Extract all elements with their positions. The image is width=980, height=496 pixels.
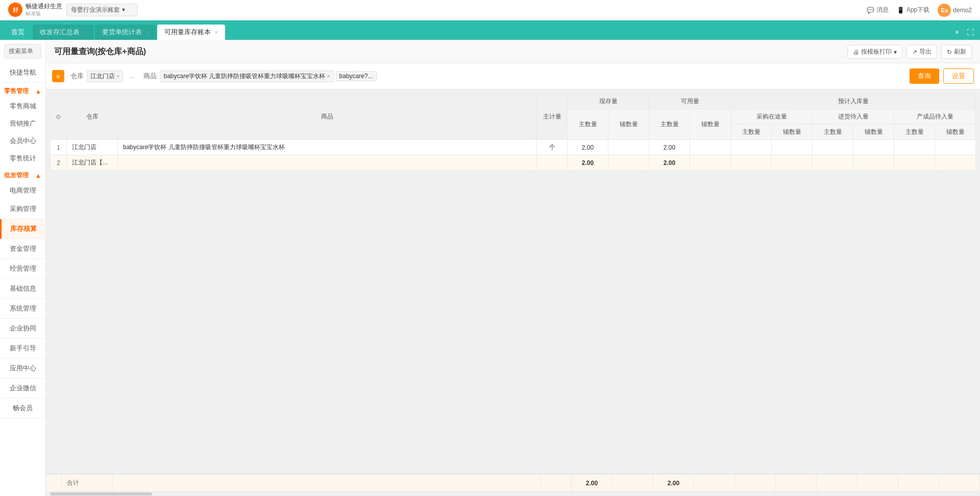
- cell-current-main-0: 2.00: [568, 140, 608, 155]
- th-inbound: 进货待入量: [813, 109, 894, 125]
- cell-available-main-0: 2.00: [649, 140, 690, 155]
- sidebar-item-marketing[interactable]: 营销推广: [0, 115, 45, 132]
- sidebar-item-basic[interactable]: 基础信息: [0, 279, 45, 299]
- sidebar-section-retail[interactable]: 零售管理 ▲: [0, 83, 45, 98]
- user-profile[interactable]: Ea demo2: [938, 4, 972, 17]
- export-button[interactable]: ↗ 导出: [906, 45, 937, 59]
- filter-product-tag-close-0[interactable]: ×: [327, 73, 330, 79]
- top-bar: 好 畅捷通好生意 标准版 母婴行业演示账套 ▾ 💬 消息 📱 App下载 Ea …: [0, 0, 980, 20]
- filter-warehouse-tag-0[interactable]: 江北门店 ×: [87, 70, 123, 82]
- tab-available-ledger-label: 可用量库存账本: [164, 28, 211, 37]
- filter-warehouse-label: 仓库: [70, 72, 84, 81]
- tenant-selector[interactable]: 母婴行业演示账套 ▾: [66, 4, 138, 16]
- tab-order-stats-close[interactable]: ×: [146, 30, 149, 35]
- cell-current-aux-0: [608, 140, 649, 155]
- horizontal-scrollbar[interactable]: [46, 492, 980, 496]
- tab-receive-summary[interactable]: 收发存汇总表 ×: [33, 25, 94, 40]
- query-button[interactable]: 查询: [910, 68, 939, 84]
- footer-available-aux: [694, 475, 735, 492]
- tenant-name: 母婴行业演示账套: [71, 6, 120, 14]
- sidebar-item-system[interactable]: 系统管理: [0, 299, 45, 319]
- sidebar-retail-chevron: ▲: [35, 88, 41, 95]
- filter-product-tag-text: babycare学饮杯 儿童防摔防撞吸管杯重力球吸嘴杯宝宝水杯: [163, 72, 325, 81]
- sidebar-item-inventory[interactable]: 库存核算: [0, 219, 45, 239]
- footer-production-main: [898, 475, 939, 492]
- sidebar-item-member-center[interactable]: 会员中心: [0, 132, 45, 150]
- sidebar-item-retail-stats[interactable]: 零售统计: [0, 150, 45, 167]
- close-window-button[interactable]: ×: [951, 27, 963, 38]
- sidebar-item-finance[interactable]: 资金管理: [0, 239, 45, 259]
- tab-order-stats[interactable]: 要货单统计表 ×: [95, 25, 156, 40]
- th-inbound-main: 主数量: [813, 125, 853, 140]
- sidebar-item-purchase[interactable]: 采购管理: [0, 199, 45, 219]
- sidebar-item-ecommerce[interactable]: 电商管理: [0, 182, 45, 199]
- sidebar-section-wholesale[interactable]: 批发管理 ▲: [0, 167, 45, 182]
- sidebar-wholesale-chevron: ▲: [35, 172, 41, 179]
- download-button[interactable]: 📱 App下载: [897, 6, 929, 14]
- filter-product-tag-text-1: babycare?...: [339, 73, 373, 80]
- footer-available-main: 2.00: [653, 475, 694, 492]
- th-production-main: 主数量: [894, 125, 935, 140]
- expand-window-button[interactable]: ⛶: [965, 27, 976, 38]
- filter-actions: 查询 设置: [910, 68, 974, 84]
- settings-button[interactable]: 设置: [943, 68, 974, 84]
- filter-product-tag-1[interactable]: babycare?...: [336, 71, 377, 81]
- avatar: Ea: [938, 4, 951, 17]
- th-current-aux: 辅数量: [608, 109, 649, 140]
- cell-production-aux-1: [935, 155, 976, 171]
- th-purchased: 采购在途量: [731, 109, 813, 125]
- search-menu-button[interactable]: 搜索菜单: [4, 44, 41, 59]
- th-settings[interactable]: ⚙: [51, 94, 67, 140]
- message-button[interactable]: 💬 消息: [867, 6, 889, 14]
- filter-expand-button[interactable]: »: [52, 70, 64, 82]
- th-warehouse: 仓库: [67, 94, 118, 140]
- tab-receive-summary-close[interactable]: ×: [84, 30, 87, 35]
- th-inbound-aux: 辅数量: [853, 125, 894, 140]
- th-purchased-aux: 辅数量: [772, 125, 813, 140]
- tab-order-stats-label: 要货单统计表: [102, 28, 142, 37]
- message-icon: 💬: [867, 7, 874, 14]
- tab-available-ledger[interactable]: 可用量库存账本 ×: [157, 25, 225, 40]
- data-table: ⚙ 仓库 商品 主计量 现存量 可用量 预计入库量 主数量 辅数量 主数量 辅数…: [50, 93, 976, 171]
- table-row: 1 江北门店 babycare学饮杯 儿童防摔防撞吸管杯重力球吸嘴杯宝宝水杯 个…: [51, 140, 976, 155]
- download-label: App下载: [906, 6, 929, 14]
- export-icon: ↗: [912, 49, 917, 56]
- cell-production-main-1: [894, 155, 935, 171]
- logo-icon: 好: [8, 3, 22, 17]
- sidebar-item-wechat[interactable]: 企业微信: [0, 379, 45, 398]
- print-icon: 🖨: [853, 49, 859, 56]
- tab-home[interactable]: 首页: [4, 25, 32, 40]
- filter-warehouse-tag-text: 江北门店: [90, 72, 115, 81]
- sidebar: 搜索菜单 快捷导航 零售管理 ▲ 零售商城 营销推广 会员中心 零售统计 批发管…: [0, 40, 46, 496]
- th-production-aux: 辅数量: [935, 125, 976, 140]
- cell-available-main-1: 2.00: [649, 155, 690, 171]
- sidebar-item-quick-nav[interactable]: 快捷导航: [0, 63, 45, 83]
- table-settings-icon[interactable]: ⚙: [56, 113, 61, 121]
- cell-available-aux-1: [690, 155, 731, 171]
- tab-available-ledger-close[interactable]: ×: [215, 30, 218, 35]
- table-row: 2 江北门店【... 2.00 2.00: [51, 155, 976, 171]
- sidebar-item-appstore[interactable]: 应用中心: [0, 359, 45, 379]
- print-template-button[interactable]: 🖨 按模板打印 ▾: [847, 45, 902, 59]
- th-available: 可用量: [649, 94, 731, 109]
- sidebar-item-enterprise[interactable]: 企业协同: [0, 319, 45, 339]
- th-available-aux: 辅数量: [690, 109, 731, 140]
- footer-table: 合计 2.00 2.00: [46, 474, 980, 492]
- cell-unit-0: 个: [537, 140, 568, 155]
- table-container[interactable]: ⚙ 仓库 商品 主计量 现存量 可用量 预计入库量 主数量 辅数量 主数量 辅数…: [46, 89, 980, 473]
- sidebar-item-member[interactable]: 畅会员: [0, 398, 45, 418]
- th-planned-in: 预计入库量: [731, 94, 976, 109]
- sidebar-item-guide[interactable]: 新手引导: [0, 339, 45, 359]
- cell-current-main-1: 2.00: [568, 155, 608, 171]
- sidebar-item-retail-mall[interactable]: 零售商城: [0, 98, 45, 115]
- filter-warehouse-tag-close[interactable]: ×: [116, 73, 119, 79]
- filter-product-label: 商品: [143, 72, 157, 81]
- footer-current-main: 2.00: [572, 475, 612, 492]
- sidebar-item-operations[interactable]: 经营管理: [0, 259, 45, 279]
- cell-index-0: 1: [51, 140, 67, 155]
- refresh-button[interactable]: ↻ 刷新: [941, 45, 972, 59]
- page-title: 可用量查询(按仓库+商品): [54, 46, 146, 57]
- filter-product-tag-0[interactable]: babycare学饮杯 儿童防摔防撞吸管杯重力球吸嘴杯宝宝水杯 ×: [160, 70, 333, 82]
- filter-warehouse-more[interactable]: ...: [126, 72, 137, 81]
- scrollbar-thumb[interactable]: [50, 492, 152, 495]
